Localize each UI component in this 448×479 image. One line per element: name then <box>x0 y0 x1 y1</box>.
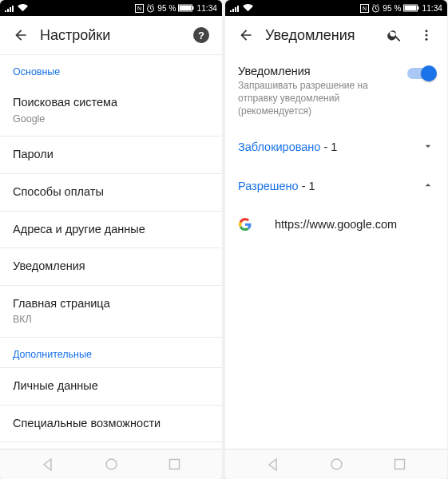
row-label: Специальные возможности <box>13 416 209 432</box>
row-payments[interactable]: Способы оплаты <box>0 174 222 212</box>
battery-icon <box>178 4 194 12</box>
svg-rect-18 <box>395 460 405 469</box>
nav-recent-button[interactable] <box>384 450 416 479</box>
notif-heading: Уведомления <box>238 65 398 77</box>
section-heading-advanced: Дополнительные <box>0 338 222 367</box>
svg-rect-12 <box>405 6 417 10</box>
svg-rect-4 <box>180 6 192 10</box>
clock: 11:34 <box>422 4 442 13</box>
notif-description: Запрашивать разрешение на отправку уведо… <box>238 79 398 118</box>
row-label: Личные данные <box>13 378 209 394</box>
app-bar: Настройки ? <box>0 16 222 54</box>
signal-icon <box>230 4 240 12</box>
row-label: Поисковая система <box>13 95 209 111</box>
battery-icon <box>403 4 419 12</box>
svg-rect-13 <box>418 6 419 10</box>
app-bar: Уведомления <box>225 16 447 54</box>
phone-left: N 95 % 11:34 Настройки ? Основные Поиско… <box>0 0 222 479</box>
alarm-icon <box>371 4 380 13</box>
blocked-count: - 1 <box>320 141 337 153</box>
google-favicon-icon <box>238 217 252 232</box>
svg-point-16 <box>426 38 428 41</box>
nav-bar <box>225 449 447 479</box>
svg-point-15 <box>426 34 428 37</box>
wifi-icon <box>243 4 253 12</box>
nav-bar <box>0 449 222 479</box>
row-label: Адреса и другие данные <box>13 222 209 238</box>
row-label: Пароли <box>13 147 209 163</box>
nav-back-button[interactable] <box>32 450 64 479</box>
page-title: Уведомления <box>262 27 379 44</box>
row-label: Способы оплаты <box>13 184 209 200</box>
clock: 11:34 <box>196 4 217 13</box>
page-title: Настройки <box>37 27 185 44</box>
svg-point-14 <box>426 30 428 32</box>
row-addresses[interactable]: Адреса и другие данные <box>0 212 222 249</box>
row-label: Главная страница <box>13 296 209 312</box>
battery-percent: 95 % <box>157 4 176 13</box>
row-accessibility[interactable]: Специальные возможности <box>0 406 222 443</box>
section-heading-basic: Основные <box>0 55 222 85</box>
svg-point-6 <box>106 459 117 469</box>
svg-text:N: N <box>137 6 141 11</box>
signal-icon <box>5 4 14 12</box>
row-site-settings[interactable]: Настройки сайтов <box>0 442 222 449</box>
nfc-icon: N <box>360 4 369 13</box>
chevron-down-icon <box>422 140 434 155</box>
allowed-label: Разрешено <box>238 180 299 192</box>
svg-text:N: N <box>363 6 367 11</box>
svg-rect-5 <box>192 6 194 10</box>
overflow-button[interactable] <box>410 19 442 51</box>
allowed-site-row[interactable]: https://www.google.com <box>225 206 447 243</box>
blocked-section[interactable]: Заблокировано - 1 <box>225 128 447 167</box>
notifications-toggle-row[interactable]: Уведомления Запрашивать разрешение на от… <box>225 54 447 128</box>
row-passwords[interactable]: Пароли <box>0 137 222 174</box>
back-button[interactable] <box>230 19 262 51</box>
row-homepage[interactable]: Главная страница ВКЛ <box>0 286 222 338</box>
nfc-icon: N <box>135 4 144 13</box>
alarm-icon <box>146 4 155 13</box>
site-url: https://www.google.com <box>275 218 397 231</box>
row-value: ВКЛ <box>13 313 209 327</box>
row-label: Уведомления <box>13 259 209 275</box>
allowed-count: - 1 <box>299 180 315 192</box>
chevron-up-icon <box>422 179 434 194</box>
search-button[interactable] <box>379 19 410 51</box>
nav-home-button[interactable] <box>320 450 352 479</box>
nav-recent-button[interactable] <box>159 450 191 479</box>
notification-settings: Уведомления Запрашивать разрешение на от… <box>225 54 447 449</box>
status-bar: N 95 % 11:34 <box>0 0 222 16</box>
help-icon: ? <box>193 27 209 43</box>
row-value: Google <box>13 113 209 126</box>
allowed-section[interactable]: Разрешено - 1 <box>225 167 447 206</box>
blocked-label: Заблокировано <box>238 141 320 153</box>
nav-back-button[interactable] <box>257 450 289 479</box>
svg-rect-7 <box>170 460 180 469</box>
nav-home-button[interactable] <box>95 450 127 479</box>
status-bar: N 95 % 11:34 <box>225 0 447 16</box>
svg-point-17 <box>331 459 342 469</box>
row-personal-data[interactable]: Личные данные <box>0 367 222 406</box>
battery-percent: 95 % <box>383 4 401 13</box>
row-notifications[interactable]: Уведомления <box>0 248 222 286</box>
switch-knob <box>421 65 437 81</box>
help-button[interactable]: ? <box>185 19 217 51</box>
phone-right: N 95 % 11:34 Уведомления Уведомления <box>225 0 447 479</box>
settings-list: Основные Поисковая система Google Пароли… <box>0 55 222 449</box>
back-button[interactable] <box>5 19 37 51</box>
row-search-engine[interactable]: Поисковая система Google <box>0 85 222 137</box>
wifi-icon <box>18 4 28 12</box>
more-vert-icon <box>419 28 434 42</box>
search-icon <box>387 27 402 43</box>
notifications-switch[interactable] <box>407 68 434 79</box>
